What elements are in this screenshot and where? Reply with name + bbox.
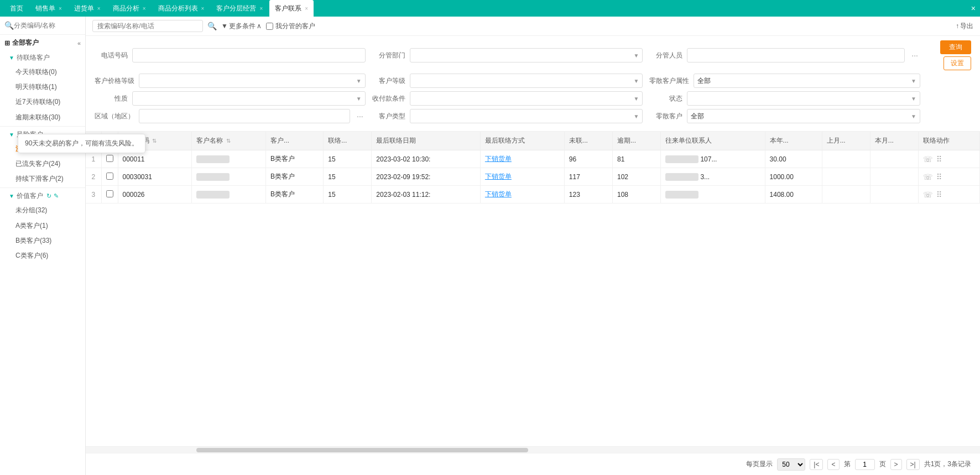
region-dots[interactable]: ··· [355,112,366,121]
value-customer-group[interactable]: ▼ 价值客户 ↻ ✎ [0,189,85,203]
row-1-contact-icon[interactable]: ☏ [923,155,933,164]
row-2-checkbox[interactable] [106,173,113,180]
sort-code-icon[interactable]: ⇅ [152,138,157,144]
sidebar-collapse-btn[interactable]: « [77,40,81,46]
scrollbar-thumb[interactable] [196,448,528,452]
sidebar-tomorrow-contact[interactable]: 明天待联络(1) [0,80,85,95]
gender-select[interactable]: ▼ [132,91,366,106]
payment-label: 收付款条件 [372,94,405,103]
row-1-last-type-link[interactable]: 下销货单 [485,155,512,163]
settings-button[interactable]: 设置 [943,56,971,70]
my-customers-check[interactable] [266,23,273,30]
row-2-more-icon[interactable]: ⠿ [936,173,942,181]
staff-field: 分管人员 ··· [649,48,920,62]
close-contact-tab[interactable]: × [305,6,308,12]
sidebar-overdue-contact[interactable]: 逾期未联络(30) [0,110,85,125]
sort-name-icon[interactable]: ⇅ [226,138,231,144]
close-analysis-tab[interactable]: × [143,6,146,12]
row-2-last-type-link[interactable]: 下销货单 [485,173,512,180]
nav-tab-sales[interactable]: 销售单 × [30,0,67,17]
pending-contact-group[interactable]: ▼ 待联络客户 [0,51,85,65]
row-1-type: B类客户 [266,150,324,168]
row-2-checkbox-cell[interactable] [101,168,118,186]
sidebar-ungrouped[interactable]: 未分组(32) [0,203,85,218]
filter-search-input[interactable] [92,20,203,32]
phone-input[interactable] [132,48,366,62]
nav-tab-customer-mgr[interactable]: 客户分层经营 × [211,0,268,17]
retail-label: 零散客户 [649,112,682,121]
retail-attr-select[interactable]: 全部 ▼ [694,74,920,88]
value-edit-icon[interactable]: ✎ [54,192,59,200]
close-purchase-tab[interactable]: × [97,6,101,12]
row-1-last-date: 2023-03-02 10:30: [372,150,481,168]
nav-tab-customer-contact[interactable]: 客户联系 × [269,0,314,17]
sidebar-churned[interactable]: 已流失客户(24) [0,156,85,171]
price-level-field: 客户价格等级 ▼ [95,74,366,88]
next-page-btn[interactable]: > [890,459,902,470]
query-button[interactable]: 查询 [940,40,971,54]
sidebar-c-class[interactable]: C类客户(6) [0,248,85,263]
dept-select[interactable]: ▼ [410,48,643,62]
retail-attr-label: 零散客户属性 [649,76,689,86]
row-2-not-contacted: 117 [564,168,612,186]
sidebar-declining[interactable]: 持续下滑客户(2) [0,171,85,186]
horizontal-scrollbar[interactable] [86,446,980,453]
nav-tab-product-analysis[interactable]: 商品分析 × [107,0,152,17]
close-list-tab[interactable]: × [201,6,205,12]
row-3-action: ☏ ⠿ [918,186,979,203]
region-input[interactable] [139,109,350,123]
first-page-btn[interactable]: |< [810,459,823,470]
staff-select[interactable] [687,48,905,62]
col-unit-contact-label: 往来单位联系人 [665,137,712,144]
row-2-contact: 15 [324,168,372,186]
dept-caret: ▼ [633,53,639,59]
row-2-last-type[interactable]: 下销货单 [480,168,564,186]
price-level-select[interactable]: ▼ [139,74,366,88]
last-page-btn[interactable]: >| [906,459,920,470]
export-button[interactable]: ↑ 导出 [956,22,973,31]
nav-tab-purchase[interactable]: 进货单 × [69,0,106,17]
row-3-last-type-link[interactable]: 下销货单 [485,190,512,198]
row-3-checkbox[interactable] [106,190,113,197]
value-refresh-icon[interactable]: ↻ [46,192,51,200]
row-1-last-type[interactable]: 下销货单 [480,150,564,168]
prev-page-btn[interactable]: < [827,459,839,470]
row-3-last-type[interactable]: 下销货单 [480,186,564,203]
payment-select[interactable]: ▼ [410,91,643,106]
grid-icon: ⊞ [4,39,10,47]
close-mgr-tab[interactable]: × [259,6,263,12]
my-customers-checkbox[interactable]: 我分管的客户 [266,22,315,31]
sidebar-a-class[interactable]: A类客户(1) [0,218,85,233]
row-2-contact-icon[interactable]: ☏ [923,173,933,181]
retail-select[interactable]: 全部 ▼ [687,109,920,123]
sidebar-week-contact[interactable]: 近7天待联络(0) [0,95,85,109]
filter-search-icon[interactable]: 🔍 [207,22,217,30]
row-1-checkbox[interactable] [106,155,113,162]
row-3-checkbox-cell[interactable] [101,186,118,203]
status-select[interactable]: ▼ [687,91,920,106]
close-sales-tab[interactable]: × [59,6,62,12]
nav-tab-product-list[interactable]: 商品分析列表 × [153,0,210,17]
nav-home[interactable]: 首页 [4,4,29,13]
table-wrapper: ⚙ 客户编码 ⇅ 客户名称 ⇅ 客户... [86,132,980,446]
more-conditions-btn[interactable]: ▼ 更多条件 ∧ [221,22,262,31]
risk-arrow: ▼ [9,132,14,138]
row-3-more-icon[interactable]: ⠿ [936,190,942,199]
dept-field: 分管部门 ▼ [372,48,643,62]
all-customers-header[interactable]: ⊞ 全部客户 « [0,35,85,51]
customer-type-select[interactable]: ▼ [410,109,643,123]
sidebar-b-class[interactable]: B类客户(33) [0,233,85,248]
page-size-select[interactable]: 50 100 200 [777,458,805,471]
row-3-last-date: 2023-02-03 11:12: [372,186,481,203]
sidebar-today-contact[interactable]: 今天待联络(0) [0,65,85,80]
close-all-btn[interactable]: × [971,4,976,13]
price-level-caret: ▼ [356,78,362,84]
page-number-input[interactable] [855,459,875,470]
staff-dots[interactable]: ··· [909,51,920,60]
customer-level-select[interactable]: ▼ [410,74,643,88]
col-last-date: 最后联络日期 [372,132,481,150]
sidebar-search-input[interactable] [14,22,86,29]
row-3-contact-icon[interactable]: ☏ [923,190,933,199]
row-1-more-icon[interactable]: ⠿ [936,155,942,164]
export-icon: ↑ [956,22,959,30]
